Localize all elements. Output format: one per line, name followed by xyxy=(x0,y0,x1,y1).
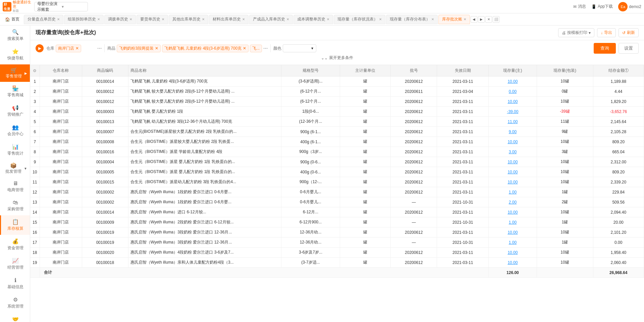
tab-close-all-btn[interactable]: ✕ xyxy=(485,16,492,23)
tab-5[interactable]: 其他出库单历史 ✕ xyxy=(169,15,208,24)
color-input[interactable]: ▾ xyxy=(283,44,316,52)
row-warehouse: 南岸门店 xyxy=(40,157,82,167)
sidebar-item-member[interactable]: 👥 会员中心 xyxy=(0,121,30,140)
tab-home[interactable]: 🏠 首页 xyxy=(1,15,23,24)
row-qty-main[interactable]: 10.00 xyxy=(489,137,537,147)
row-warehouse: 南岸门店 xyxy=(40,197,82,207)
sidebar-item-search[interactable]: 🔍 搜索英单 xyxy=(0,25,30,45)
tab-7[interactable]: 产成品入库单历史 ✕ xyxy=(249,15,293,24)
row-qty-main[interactable]: 9.00 xyxy=(489,127,537,137)
sidebar-item-ecom[interactable]: 🖥 电商管理 xyxy=(0,177,30,196)
row-expire: 2021-10-31 xyxy=(437,217,489,227)
product-more-icon[interactable]: ··· xyxy=(263,45,268,51)
sidebar-item-marketing[interactable]: 📢 营销推广 xyxy=(0,101,30,121)
tab-3[interactable]: 调拨单历史 ✕ xyxy=(104,15,136,24)
tab-2[interactable]: 组装拆卸单历史 ✕ xyxy=(64,15,104,24)
template-print-btn[interactable]: 🖨 按模板打印 ▾ xyxy=(558,28,594,37)
tab-1[interactable]: 分量盘点单历史 ✕ xyxy=(24,15,63,24)
sidebar-item-wholesale[interactable]: 📦 批发管理 ▼ xyxy=(0,160,30,177)
col-settings[interactable]: ⚙ xyxy=(30,65,40,76)
export-btn[interactable]: ↓ 导出 xyxy=(597,28,616,37)
row-qty-main[interactable]: 10.00 xyxy=(489,177,537,187)
tab-close-7[interactable]: ✕ xyxy=(286,17,289,21)
tab-close-4[interactable]: ✕ xyxy=(162,17,164,21)
warehouse-tag-1[interactable]: 南岸门店 ✕ xyxy=(56,45,81,52)
tab-10[interactable]: 现存量（库存分布表） ✕ xyxy=(386,15,438,24)
sidebar-item-inventory[interactable]: 📋 库存核算 xyxy=(0,215,30,235)
row-qty-main[interactable]: 10.00 xyxy=(489,157,537,167)
row-qty-main[interactable]: 3.00 xyxy=(489,147,537,157)
product-tag-3[interactable]: 飞... xyxy=(250,45,262,52)
row-qty-main[interactable]: 10.00 xyxy=(489,167,537,177)
tab-close-11[interactable]: ✕ xyxy=(464,17,466,21)
sidebar-item-retail[interactable]: 🛒 零售管理 ▶ xyxy=(0,64,30,82)
refresh-btn[interactable]: ↺ 刷新 xyxy=(619,28,639,37)
product-tag-2-close[interactable]: ✕ xyxy=(243,46,246,51)
row-qty-main[interactable]: -39.00 xyxy=(489,107,537,117)
row-qty-main[interactable]: 10.00 xyxy=(489,248,537,258)
tab-next-btn[interactable]: ▶ xyxy=(478,16,485,23)
sidebar-item-sys[interactable]: ⚙ 系统管理 xyxy=(0,293,30,313)
expand-more-row[interactable]: ⌄⌄ 展开更多条件 xyxy=(36,54,639,62)
sidebar-item-biz[interactable]: 📈 经营管理 xyxy=(0,254,30,274)
product-tag-1[interactable]: 飞鹤奶粉3段两提装 ✕ xyxy=(117,45,161,52)
tab-9[interactable]: 现存量（库存状况表） ✕ xyxy=(334,15,385,24)
sidebar-item-corp[interactable]: 🤝 企业协同 xyxy=(0,313,30,322)
table-row: 3 南岸门店 00100012 飞鹤星飞帆 较大婴儿配方奶粉 2段(6-12个月… xyxy=(30,97,644,107)
row-qty-main[interactable]: 1.00 xyxy=(489,237,537,248)
row-no: 16 xyxy=(30,227,40,237)
warehouse-tag-close[interactable]: ✕ xyxy=(75,46,79,51)
sidebar-item-retail-shop[interactable]: 🏪 零售商城 xyxy=(0,82,30,101)
query-btn[interactable]: 查询 xyxy=(594,43,616,54)
row-qty-main[interactable]: 11.00 xyxy=(489,117,537,127)
product-tag-2[interactable]: 飞鹤星飞帆 儿童奶粉 4段(3-6岁适用) 700克 ✕ xyxy=(162,45,249,52)
tab-close-1[interactable]: ✕ xyxy=(57,17,60,21)
tab-close-2[interactable]: ✕ xyxy=(97,17,100,21)
tab-close-5[interactable]: ✕ xyxy=(202,17,205,21)
message-btn[interactable]: ✉ 消息 xyxy=(573,4,586,9)
tab-close-9[interactable]: ✕ xyxy=(379,17,382,21)
row-qty-main[interactable]: 10.00 xyxy=(489,207,537,217)
warehouse-more-icon[interactable]: ··· xyxy=(97,45,102,51)
app-download-btn[interactable]: 📱 App下载 xyxy=(591,4,613,9)
row-name: 惠氏启智（Wyeth illuma）亲和人体儿童配方奶粉4段（3... xyxy=(128,258,281,268)
row-qty-main[interactable]: 10.00 xyxy=(489,258,537,268)
row-name: 合生元（BIOSTIME）派星 学龄前儿童配方奶粉 4段 xyxy=(128,147,281,157)
tab-8[interactable]: 成本调整单历史 ✕ xyxy=(293,15,333,24)
sidebar-item-basic[interactable]: ℹ 基础信息 xyxy=(0,274,30,293)
tab-4[interactable]: 要货单历史 ✕ xyxy=(137,15,168,24)
row-qty-main[interactable]: 0.00 xyxy=(489,87,537,97)
row-qty-main[interactable]: 1.00 xyxy=(489,187,537,197)
row-warehouse: 南岸门店 xyxy=(40,167,82,177)
tab-close-8[interactable]: ✕ xyxy=(327,17,329,21)
user-menu[interactable]: Ea demo2 xyxy=(618,2,641,11)
tab-close-10[interactable]: ✕ xyxy=(431,17,434,21)
account-selector[interactable]: 母婴行业演示账套 ▾ xyxy=(34,2,88,11)
tab-6[interactable]: 材料出库单历史 ✕ xyxy=(209,15,249,24)
tab-prev-btn[interactable]: ◀ xyxy=(471,16,477,23)
sidebar-item-stats[interactable]: 📊 零售统计 xyxy=(0,140,30,160)
row-code: 00100016 xyxy=(82,147,128,157)
sidebar-item-quick[interactable]: ⭐ 快捷导航 xyxy=(0,45,30,64)
row-qty-main[interactable]: 1.00 xyxy=(489,217,537,227)
row-qty-main[interactable]: 10.00 xyxy=(489,227,537,237)
tab-close-3[interactable]: ✕ xyxy=(129,17,132,21)
settings-btn[interactable]: 设置 xyxy=(619,43,639,54)
tab-close-6[interactable]: ✕ xyxy=(242,17,245,21)
row-amount: 2,094.40 xyxy=(593,207,644,217)
chevron-down-icon: ▾ xyxy=(311,46,313,51)
tab-maximize-btn[interactable]: ⬜ xyxy=(493,16,499,23)
tab-11[interactable]: 库存批次账 ✕ xyxy=(438,15,470,24)
row-expire: 2021-03-11 xyxy=(437,137,489,147)
row-qty-main[interactable]: 2.00 xyxy=(489,197,537,207)
row-qty-main[interactable]: 10.00 xyxy=(489,97,537,107)
summary-amount: 26,968.64 xyxy=(593,268,644,278)
row-qty-main[interactable]: 10.00 xyxy=(489,76,537,87)
query-actions: 查询 设置 xyxy=(594,43,639,54)
settings-icon[interactable]: ⚙ xyxy=(33,68,37,73)
sidebar-item-purchase[interactable]: 🛍 采购管理 xyxy=(0,196,30,215)
product-tag-1-close[interactable]: ✕ xyxy=(155,46,158,51)
sidebar-item-finance[interactable]: 💰 资金管理 xyxy=(0,235,30,254)
search-expand-btn[interactable]: ▶ xyxy=(36,44,44,52)
row-spec: 900g（3岁... xyxy=(281,147,340,157)
